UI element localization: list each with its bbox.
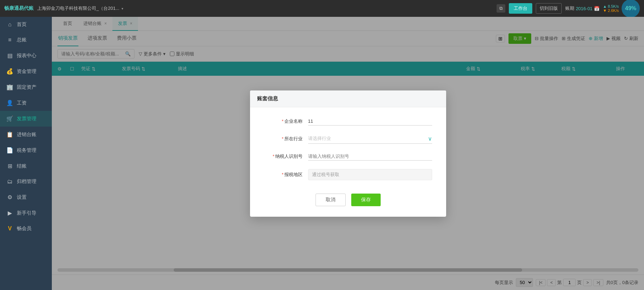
reports-icon: ▤ (6, 52, 13, 59)
sidebar-item-label: 进销台账 (17, 131, 36, 138)
sidebar-item-label: 畅会员 (17, 225, 32, 232)
industry-label: *所在行业 (264, 136, 303, 142)
sidebar-item-label: 税务管理 (17, 147, 36, 154)
sidebar-item-funds[interactable]: 💰 资金管理 (0, 63, 52, 79)
funds-icon: 💰 (6, 68, 13, 75)
purchase-sales-icon: 📋 (6, 131, 13, 138)
modal-body: *企业名称 *所在行业 请选择行业 ∨ *纳税人识别号 (250, 107, 446, 190)
tax-id-input[interactable] (308, 152, 432, 161)
sidebar-item-label: 固定资产 (17, 84, 36, 90)
home-icon: ⌂ (6, 21, 13, 28)
sidebar-item-label: 工资 (17, 100, 27, 106)
sidebar-item-ledger[interactable]: ≡ 总账 (0, 32, 52, 48)
workbench-button[interactable]: 工作台 (509, 3, 532, 14)
form-row-tax-id: *纳税人识别号 (264, 152, 432, 161)
invoice-mgmt-icon: 🛒 (6, 115, 13, 122)
modal-title: 账套信息 (250, 90, 446, 107)
sidebar-item-label: 首页 (17, 21, 27, 28)
company-name: 上海卯金刀电子科技有限公司_（台201... (37, 5, 119, 12)
download-speed: ▼ 2.6K/s (603, 8, 619, 13)
industry-placeholder: 请选择行业 (308, 135, 331, 142)
sidebar-item-invoice-mgmt[interactable]: 🛒 发票管理 (0, 111, 52, 127)
industry-dropdown-icon: ∨ (428, 135, 432, 142)
sidebar-item-purchase-sales[interactable]: 📋 进销台账 (0, 127, 52, 142)
form-row-tax-region: *报税地区 通过税号获取 (264, 169, 432, 180)
tax-id-label: *纳税人识别号 (264, 153, 303, 160)
app-logo: 畅康通易代账 (4, 5, 34, 12)
period-display: 账期 2016-01 📅 (565, 5, 600, 12)
speed-info: ▲ 8.5K/s ▼ 2.6K/s (603, 4, 619, 13)
sidebar-item-payroll[interactable]: 👤 工资 (0, 95, 52, 111)
sidebar: ⌂ 首页 ≡ 总账 ▤ 报表中心 💰 资金管理 🏢 固定资产 👤 工资 🛒 发票… (0, 17, 52, 290)
tax-region-label: *报税地区 (264, 171, 303, 178)
ledger-icon: ≡ (6, 37, 13, 43)
sidebar-item-reports[interactable]: ▤ 报表中心 (0, 48, 52, 63)
sidebar-item-settings[interactable]: ⚙ 设置 (0, 189, 52, 205)
company-selector[interactable]: 上海卯金刀电子科技有限公司_（台201... ▾ (37, 5, 493, 12)
calendar-icon[interactable]: 📅 (594, 6, 600, 11)
sidebar-item-guide[interactable]: ▶ 新手引导 (0, 205, 52, 221)
old-version-button[interactable]: 切到旧版 (536, 3, 562, 14)
company-name-input[interactable] (308, 117, 432, 126)
company-dropdown-icon: ▾ (122, 7, 123, 11)
form-row-industry: *所在行业 请选择行业 ∨ (264, 134, 432, 144)
sidebar-item-label: 总账 (17, 37, 27, 43)
sidebar-item-vip[interactable]: V 畅会员 (0, 221, 52, 236)
account-info-modal: 账套信息 *企业名称 *所在行业 请选择行业 ∨ (250, 90, 446, 217)
sidebar-item-label: 新手引导 (17, 210, 36, 216)
settlement-icon: ⊞ (6, 163, 13, 169)
cancel-button[interactable]: 取消 (316, 194, 346, 206)
vip-icon: V (6, 225, 13, 232)
sidebar-item-label: 设置 (17, 194, 27, 201)
sidebar-item-label: 结账 (17, 163, 27, 169)
sidebar-item-tax-mgmt[interactable]: 📄 税务管理 (0, 142, 52, 158)
sidebar-item-label: 发票管理 (17, 116, 36, 122)
guide-icon: ▶ (6, 210, 13, 216)
sidebar-item-settlement[interactable]: ⊞ 结账 (0, 158, 52, 174)
modal-footer: 取消 保存 (250, 194, 446, 206)
form-row-company-name: *企业名称 (264, 117, 432, 126)
sidebar-item-home[interactable]: ⌂ 首页 (0, 17, 52, 32)
save-button[interactable]: 保存 (351, 194, 381, 206)
copy-button[interactable]: ⧉ (497, 4, 505, 13)
sidebar-item-archive[interactable]: 🗂 归档管理 (0, 174, 52, 189)
sidebar-item-label: 资金管理 (17, 68, 36, 75)
industry-select[interactable]: 请选择行业 ∨ (308, 134, 432, 144)
company-name-label: *企业名称 (264, 118, 303, 124)
modal-overlay: 账套信息 *企业名称 *所在行业 请选择行业 ∨ (52, 17, 644, 290)
sidebar-item-fixed-assets[interactable]: 🏢 固定资产 (0, 79, 52, 95)
tax-region-display: 通过税号获取 (308, 169, 432, 180)
speed-widget: 49% (622, 0, 640, 18)
archive-icon: 🗂 (6, 178, 13, 185)
fixed-assets-icon: 🏢 (6, 84, 13, 90)
upload-speed: ▲ 8.5K/s (603, 4, 619, 8)
sidebar-item-label: 归档管理 (17, 178, 36, 185)
topbar: 畅康通易代账 上海卯金刀电子科技有限公司_（台201... ▾ ⧉ 工作台 切到… (0, 0, 644, 17)
sidebar-item-label: 报表中心 (17, 53, 36, 59)
tax-mgmt-icon: 📄 (6, 147, 13, 154)
payroll-icon: 👤 (6, 100, 13, 106)
settings-icon: ⚙ (6, 194, 13, 201)
topbar-right: ▲ 8.5K/s ▼ 2.6K/s 49% (603, 0, 640, 18)
